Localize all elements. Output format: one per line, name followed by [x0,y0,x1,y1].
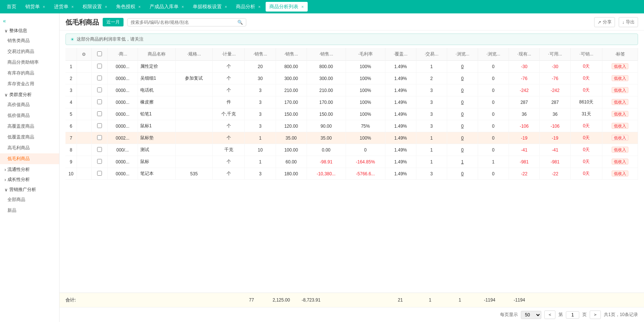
nav-role-auth[interactable]: 角色授权 × [112,2,144,12]
col-checkbox[interactable] [92,48,108,61]
cell-browse1[interactable]: 0 [447,73,478,85]
table-row: 9 0000... 鼠标 个 1 60.00 -98.91 -164.85% 1… [65,156,638,168]
sidebar-item-high-value[interactable]: 高价值商品 [0,99,59,110]
sidebar-group-overall[interactable]: ∨ 整体信息 [0,25,59,35]
prev-page-btn[interactable]: ＜ [544,310,555,319]
cell-browse1[interactable]: 0 [447,120,478,132]
cell-code: 0000... [107,85,138,96]
table-row: 2 0000... 吴细细1 参加复试 个 30 300.00 300.00 1… [65,73,638,85]
cell-code: 0000... [107,120,138,132]
nav-product-entry[interactable]: 产成品入库单 × [146,2,188,12]
search-box[interactable]: 🔍 [127,18,246,26]
cell-browse1[interactable]: 0 [447,132,478,144]
sidebar-item-new-products[interactable]: 新品 [0,205,59,216]
share-button[interactable]: ↗ 分享 [594,17,615,27]
sidebar-group-cluster[interactable]: ∨ 类群度分析 [0,89,59,99]
search-input[interactable] [131,20,235,25]
sidebar-item-category-rate[interactable]: 商品分类助销率 [0,57,59,68]
cell-browse1[interactable]: 1 [447,156,478,168]
nav-product-analysis[interactable]: 商品分析 × [232,2,264,12]
cell-checkbox[interactable] [92,96,108,108]
sidebar-item-high-margin[interactable]: 高毛利商品 [0,143,59,153]
cell-row-no: 1 [65,61,77,73]
cell-saleable: 0天 [570,132,602,144]
close-icon[interactable]: × [182,4,184,9]
next-page-btn[interactable]: ＞ [590,310,601,319]
nav-purchase-order[interactable]: 进货单 × [50,2,77,12]
cell-checkbox[interactable] [92,168,108,180]
nav-permissions[interactable]: 权限设置 × [79,2,111,12]
row-checkbox[interactable] [97,159,102,164]
cell-browse1[interactable]: 0 [447,85,478,96]
period-button[interactable]: 近一月 [103,18,124,26]
cell-browse1[interactable]: 0 [447,108,478,120]
cell-settings [77,61,92,73]
cell-code: 0000... [107,96,138,108]
cell-unit: 千克 [213,144,245,156]
cell-browse2: 0 [478,120,509,132]
cell-checkbox[interactable] [92,85,108,96]
close-icon[interactable]: × [258,4,260,9]
sidebar-item-low-value[interactable]: 低价值商品 [0,110,59,121]
sidebar-item-inventory-capital[interactable]: 库存资金占用 [0,79,59,89]
cell-sales-profit: 90.00 [307,120,346,132]
sidebar-group-marketing[interactable]: ∨ 营销推广分析 [0,184,59,194]
nav-sales-order[interactable]: 销货单 × [22,2,49,12]
close-icon[interactable]: × [105,4,107,9]
sidebar-collapse-btn[interactable]: « [1,16,59,25]
cell-browse1[interactable]: 0 [447,168,478,180]
sidebar-item-inventory-goods[interactable]: 有库存的商品 [0,68,59,79]
table-container[interactable]: ⚙ ·商... 商品名称 ·规格... ·计量... ·销售... ·销售...… [60,48,644,293]
cell-browse1[interactable]: 0 [447,144,478,156]
cell-browse1[interactable]: 0 [447,61,478,73]
close-icon[interactable]: × [138,4,141,9]
select-all-checkbox[interactable] [97,51,102,56]
cell-checkbox[interactable] [92,144,108,156]
close-icon[interactable]: × [71,4,74,9]
cell-current-stock: -30 [509,61,539,73]
row-checkbox[interactable] [97,64,102,68]
export-button[interactable]: ↓ 导出 [619,17,638,27]
cell-saleable: 0天 [570,168,602,180]
cell-checkbox[interactable] [92,73,108,85]
sidebar-group-growth[interactable]: › 成长性分析 [0,174,59,184]
cell-checkbox[interactable] [92,132,108,144]
nav-home[interactable]: 首页 [3,2,20,12]
row-checkbox[interactable] [97,123,102,128]
sidebar-item-low-margin[interactable]: 低毛利商品 [0,153,59,164]
cell-name: 鼠标1 [138,120,175,132]
page-number-input[interactable] [566,311,579,319]
row-checkbox[interactable] [97,87,102,92]
row-checkbox[interactable] [97,99,102,104]
sidebar-item-all-products[interactable]: 全部商品 [0,194,59,205]
nav-product-analysis-list[interactable]: 商品分析列表 × [266,2,307,12]
sidebar-item-sales-goods[interactable]: 销售类商品 [0,35,59,46]
sidebar-group-circulation[interactable]: › 流通性分析 [0,164,59,174]
row-checkbox[interactable] [97,171,102,176]
cell-browse1[interactable]: 0 [447,96,478,108]
arrow-icon: ∨ [4,92,8,98]
cell-checkbox[interactable] [92,108,108,120]
sidebar-item-traded-goods[interactable]: 交易过的商品 [0,46,59,57]
col-browse2: ·浏览... [478,48,509,61]
row-checkbox[interactable] [97,111,102,116]
col-settings[interactable]: ⚙ [77,48,92,61]
close-icon[interactable]: × [301,4,304,9]
cell-tag: 低收入 [602,73,638,85]
row-checkbox[interactable] [97,147,102,152]
cell-saleable: 8610天 [570,96,602,108]
per-page-select[interactable]: 50 100 200 [521,311,541,319]
cell-settings [77,144,92,156]
row-checkbox[interactable] [97,76,102,80]
nav-template-settings[interactable]: 单据模板设置 × [189,2,231,12]
close-icon[interactable]: × [43,4,45,9]
total-browse1: 1 [415,296,445,304]
cell-checkbox[interactable] [92,120,108,132]
cell-checkbox[interactable] [92,61,108,73]
row-checkbox[interactable] [97,135,102,140]
sidebar-item-low-coverage[interactable]: 低覆盖度商品 [0,132,59,143]
cell-sales-price: 300.00 [276,73,307,85]
close-icon[interactable]: × [225,4,227,9]
cell-checkbox[interactable] [92,156,108,168]
sidebar-item-high-coverage[interactable]: 高覆盖度商品 [0,121,59,132]
